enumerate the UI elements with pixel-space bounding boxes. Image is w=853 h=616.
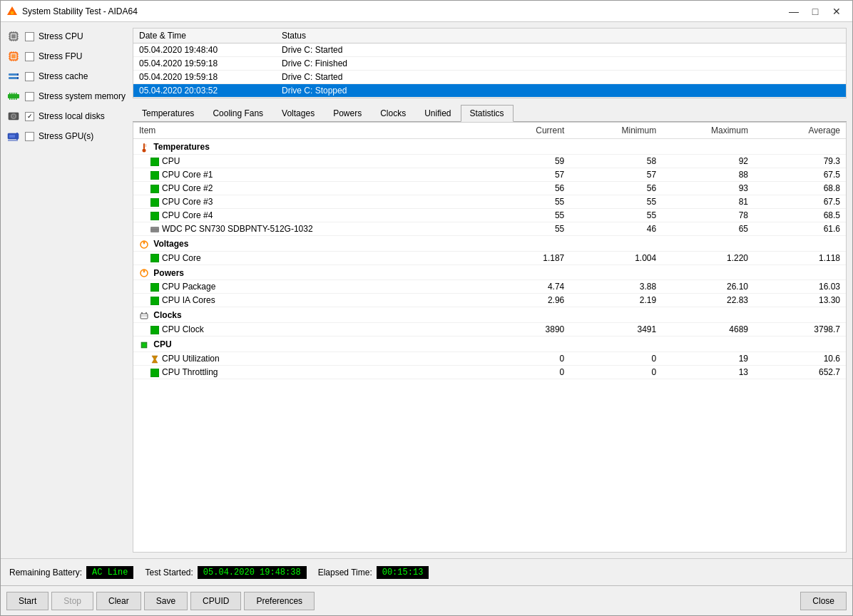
tab-clocks[interactable]: Clocks [371, 105, 415, 122]
stats-average: 10.6 [754, 352, 846, 366]
stats-average: 1.118 [754, 251, 846, 265]
stress-fpu-checkbox[interactable] [25, 52, 34, 61]
svg-rect-30 [9, 73, 19, 76]
stress-memory-item[interactable]: Stress system memory [6, 88, 127, 105]
svg-point-53 [143, 148, 146, 152]
stress-cpu-item[interactable]: Stress CPU [6, 28, 127, 45]
stress-cache-label: Stress cache [39, 71, 88, 81]
stress-gpu-checkbox[interactable] [25, 132, 34, 141]
svg-rect-35 [9, 93, 11, 94]
stress-disk-label: Stress local disks [39, 111, 105, 121]
battery-value: AC Line [86, 566, 133, 579]
stats-maximum: 1.220 [662, 251, 754, 265]
tab-cooling-fans[interactable]: Cooling Fans [203, 105, 272, 122]
stats-group-header: Temperatures [133, 139, 846, 155]
svg-rect-65 [150, 254, 159, 262]
svg-rect-59 [150, 198, 159, 207]
close-window-button[interactable]: ✕ [827, 4, 847, 19]
stats-current: 4.74 [478, 280, 570, 294]
stress-cache-checkbox[interactable] [25, 72, 34, 81]
start-button[interactable]: Start [6, 592, 48, 610]
svg-rect-17 [11, 54, 16, 58]
stats-data-row: CPU Core #355558167.5 [133, 195, 846, 208]
stats-item-label: CPU IA Cores [133, 294, 478, 307]
cpu-icon [6, 29, 21, 43]
maximize-button[interactable]: □ [805, 4, 825, 19]
svg-rect-1 [11, 11, 14, 14]
clear-button[interactable]: Clear [96, 592, 141, 610]
group-name: Voltages [133, 235, 846, 251]
tab-statistics[interactable]: Statistics [461, 105, 514, 122]
window-title: System Stability Test - AIDA64 [22, 6, 784, 16]
stress-cpu-checkbox[interactable] [25, 32, 34, 41]
stats-maximum: 78 [662, 208, 754, 222]
stats-average: 67.5 [754, 168, 846, 181]
stress-memory-checkbox[interactable] [25, 92, 34, 101]
stress-options-panel: Stress CPU [1, 22, 133, 558]
stats-data-row: CPU Package4.743.8826.1016.03 [133, 280, 846, 294]
cache-icon [6, 69, 21, 83]
tab-unified[interactable]: Unified [415, 105, 460, 122]
svg-rect-52 [143, 143, 145, 149]
cpuid-button[interactable]: CPUID [190, 592, 241, 610]
save-button[interactable]: Save [144, 592, 188, 610]
svg-rect-40 [11, 98, 13, 100]
minimize-button[interactable]: — [784, 4, 804, 19]
stats-data-row: CPU59589279.3 [133, 154, 846, 168]
stats-average: 67.5 [754, 195, 846, 208]
stats-item-label: CPU Core #3 [133, 195, 478, 208]
group-name: CPU [133, 337, 846, 352]
tab-powers[interactable]: Powers [324, 105, 371, 122]
stats-item-label: CPU Core [133, 251, 478, 265]
stats-current: 3890 [478, 323, 570, 337]
log-status-3: Drive C: Stopped [276, 84, 846, 98]
tab-temperatures[interactable]: Temperatures [133, 105, 203, 122]
svg-rect-3 [11, 34, 16, 38]
main-content: Stress CPU [1, 22, 852, 558]
svg-rect-76 [143, 344, 145, 346]
stats-group-header: Voltages [133, 235, 846, 251]
svg-rect-68 [150, 283, 159, 292]
stats-data-row: CPU Core1.1871.0041.2201.118 [133, 251, 846, 265]
stats-maximum: 19 [662, 352, 754, 366]
elapsed-value: 00:15:13 [377, 566, 429, 579]
stats-average: 68.8 [754, 181, 846, 195]
stress-disk-checkbox[interactable] [25, 112, 34, 121]
stress-fpu-item[interactable]: Stress FPU [6, 48, 127, 65]
battery-label: Remaining Battery: [9, 568, 82, 578]
svg-rect-42 [16, 98, 17, 100]
svg-rect-70 [141, 314, 148, 319]
svg-rect-36 [11, 93, 13, 94]
svg-rect-32 [17, 73, 19, 76]
stress-disk-item[interactable]: Stress local disks [6, 108, 127, 125]
elapsed-label: Elapsed Time: [318, 568, 372, 578]
stats-average: 16.03 [754, 280, 846, 294]
stop-button[interactable]: Stop [51, 592, 93, 610]
tab-voltages[interactable]: Voltages [272, 105, 324, 122]
close-button[interactable]: Close [800, 592, 847, 610]
stats-minimum: 55 [570, 208, 662, 222]
preferences-button[interactable]: Preferences [244, 592, 315, 610]
stats-data-row: CPU Core #455557868.5 [133, 208, 846, 222]
stats-minimum: 2.19 [570, 294, 662, 307]
elapsed-status: Elapsed Time: 00:15:13 [318, 566, 429, 579]
tab-bar: Temperatures Cooling Fans Voltages Power… [133, 104, 847, 122]
stats-current: 55 [478, 222, 570, 235]
log-row-highlighted: 05.04.2020 20:03:52 Drive C: Stopped [133, 84, 846, 98]
stats-maximum: 81 [662, 195, 754, 208]
group-name: Clocks [133, 307, 846, 323]
stress-gpu-item[interactable]: Stress GPU(s) [6, 128, 127, 145]
status-bar: Remaining Battery: AC Line Test Started:… [1, 558, 852, 585]
stats-data-row: WDC PC SN730 SDBPNTY-512G-103255466561.6 [133, 222, 846, 235]
stats-minimum: 58 [570, 154, 662, 168]
stats-current: 57 [478, 168, 570, 181]
stats-table: Item Current Minimum Maximum Average Tem… [133, 123, 846, 379]
stats-minimum: 3.88 [570, 280, 662, 294]
test-started-value: 05.04.2020 19:48:38 [198, 566, 307, 579]
stress-cache-item[interactable]: Stress cache [6, 68, 127, 85]
stats-maximum: 92 [662, 154, 754, 168]
stats-data-row: CPU Clock3890349146893798.7 [133, 323, 846, 337]
log-datetime-0: 05.04.2020 19:48:40 [133, 43, 276, 57]
test-started-status: Test Started: 05.04.2020 19:48:38 [145, 566, 306, 579]
stats-current: 0 [478, 352, 570, 366]
